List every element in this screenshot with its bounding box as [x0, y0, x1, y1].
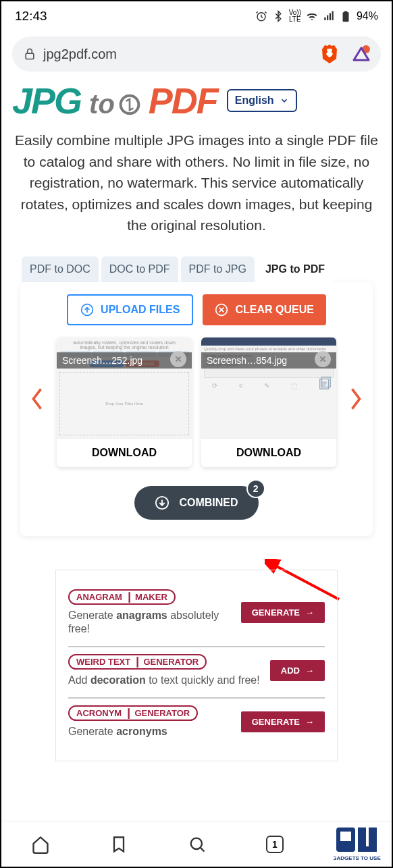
address-bar[interactable]: jpg2pdf.com: [12, 36, 381, 72]
clear-label: CLEAR QUEUE: [235, 304, 313, 316]
status-bar: 12:43 Vo))LTE 94%: [1, 1, 392, 31]
file-thumb: Quickly crop and clean your photos of re…: [201, 337, 336, 467]
action-buttons: UPLOAD FILES CLEAR QUEUE: [28, 294, 365, 325]
svg-rect-3: [26, 53, 34, 59]
thumb-remove-button[interactable]: [315, 351, 331, 367]
tab-doc-to-pdf[interactable]: DOC to PDF: [101, 256, 178, 282]
wifi-icon: [306, 10, 318, 22]
upload-label: UPLOAD FILES: [101, 304, 180, 316]
svg-rect-2: [344, 11, 348, 13]
tab-count-label: 1: [272, 839, 278, 850]
alarm-icon: [255, 10, 267, 22]
home-icon[interactable]: [31, 835, 50, 854]
bluetooth-icon: [272, 10, 284, 22]
ad-desc: Add decoration to text quickly and free!: [68, 674, 262, 688]
ads-panel: ANAGRAM▐MAKER Generate anagrams absolute…: [55, 570, 338, 761]
tab-jpg-to-pdf[interactable]: JPG to PDF: [257, 256, 333, 282]
ad-generate-button[interactable]: GENERATE→: [241, 602, 325, 623]
svg-text:GADGETS TO USE: GADGETS TO USE: [334, 855, 381, 861]
upload-files-button[interactable]: UPLOAD FILES: [67, 294, 193, 325]
file-thumb: automatically rotates, optimizes and sca…: [57, 337, 192, 467]
thumb-download-button[interactable]: DOWNLOAD: [201, 439, 336, 467]
ad-desc: Generate anagrams absolutely free!: [68, 609, 233, 637]
thumb-download-button[interactable]: DOWNLOAD: [57, 439, 192, 467]
file-carousel: automatically rotates, optimizes and sca…: [28, 337, 365, 467]
thumb-remove-button[interactable]: [170, 351, 186, 367]
tab-pdf-to-doc[interactable]: PDF to DOC: [22, 256, 99, 282]
ad-add-button[interactable]: ADD→: [270, 660, 325, 681]
status-time: 12:43: [15, 9, 47, 24]
page-description: Easily combine multiple JPG images into …: [11, 130, 382, 236]
converter-card: UPLOAD FILES CLEAR QUEUE automatically r…: [20, 282, 373, 536]
brave-icon[interactable]: [320, 45, 339, 63]
clear-queue-button[interactable]: CLEAR QUEUE: [203, 294, 325, 325]
svg-point-12: [191, 838, 202, 848]
bookmark-icon[interactable]: [109, 835, 128, 854]
language-select[interactable]: English: [227, 89, 297, 112]
status-icons: Vo))LTE 94%: [255, 9, 378, 23]
combined-count-badge: 2: [246, 479, 265, 498]
site-logo: JPG to PDF: [12, 80, 217, 121]
ad-item: WEIRD TEXT▐GENERATOR Add decoration to t…: [68, 647, 325, 699]
chevron-down-icon: [280, 96, 289, 105]
logo-to: to: [89, 89, 140, 119]
battery-icon: [340, 10, 352, 22]
ad-chip: ACRONYM▐GENERATOR: [68, 705, 198, 721]
tabs-button[interactable]: 1: [266, 836, 284, 853]
logo-row: JPG to PDF English: [12, 80, 381, 121]
svg-rect-20: [358, 846, 377, 852]
tab-pdf-to-jpg[interactable]: PDF to JPG: [181, 256, 255, 282]
svg-rect-1: [342, 12, 348, 22]
conversion-tabs: PDF to DOC DOC to PDF PDF to JPG JPG to …: [22, 256, 371, 282]
gadgets-to-use-watermark: GADGETS TO USE: [334, 825, 388, 863]
combined-label: COMBINED: [179, 497, 238, 509]
signal-icon: [323, 10, 335, 22]
language-label: English: [235, 94, 274, 107]
lock-icon: [23, 47, 36, 61]
thumb-preview: automatically rotates, optimizes and sca…: [57, 337, 192, 439]
battery-percent: 94%: [357, 10, 378, 22]
close-icon: [174, 355, 182, 363]
logo-jpg: JPG: [12, 80, 81, 121]
ad-chip: ANAGRAM▐MAKER: [68, 589, 176, 605]
clear-icon: [215, 303, 228, 317]
logo-pdf: PDF: [149, 80, 217, 121]
search-icon[interactable]: [188, 835, 207, 854]
convert-icon: [119, 94, 140, 115]
volte-icon: Vo))LTE: [289, 9, 301, 23]
upload-icon: [80, 303, 94, 317]
thumb-preview: Quickly crop and clean your photos of re…: [201, 337, 336, 439]
ad-item: ACRONYM▐GENERATOR Generate acronyms GENE…: [68, 699, 325, 749]
browser-menu-icon[interactable]: [352, 45, 370, 63]
url-text: jpg2pdf.com: [43, 47, 313, 62]
ad-desc: Generate acronyms: [68, 725, 233, 739]
download-combined-button[interactable]: COMBINED 2: [134, 486, 258, 520]
carousel-next[interactable]: [347, 385, 365, 418]
ad-chip: WEIRD TEXT▐GENERATOR: [68, 654, 207, 670]
download-icon: [155, 495, 169, 510]
ad-item: ANAGRAM▐MAKER Generate anagrams absolute…: [68, 582, 325, 648]
carousel-prev[interactable]: [28, 385, 46, 418]
svg-rect-17: [340, 832, 351, 841]
ad-generate-button[interactable]: GENERATE→: [241, 711, 325, 732]
close-icon: [319, 355, 327, 363]
